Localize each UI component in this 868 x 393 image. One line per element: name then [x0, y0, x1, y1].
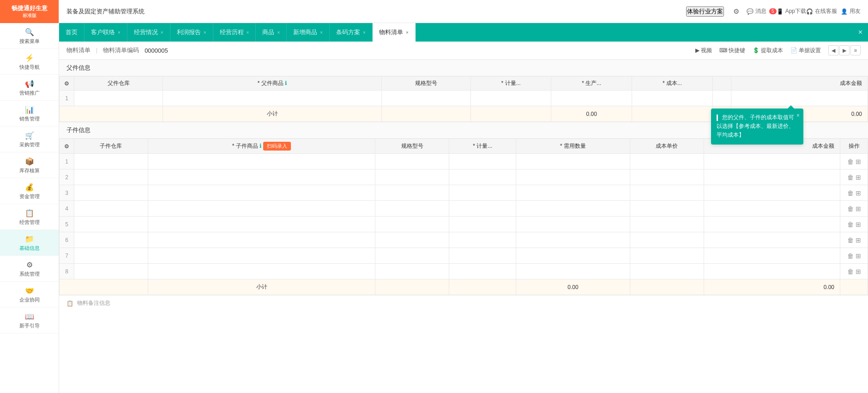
tab-new-goods-close[interactable]: × — [320, 30, 323, 35]
copy-icon-3[interactable]: ⊞ — [856, 189, 861, 197]
parent-unit-1[interactable] — [470, 91, 551, 106]
child-amount-6[interactable] — [704, 232, 840, 248]
breadcrumb-bom[interactable]: 物料清单 — [66, 46, 90, 54]
child-price-1[interactable] — [630, 154, 704, 169]
child-amount-1[interactable] — [704, 154, 840, 169]
menu-arrow[interactable]: ≡ — [850, 45, 861, 55]
parent-cost-1[interactable] — [632, 91, 713, 106]
tab-barcode[interactable]: 条码方案 × — [330, 23, 373, 42]
child-qty-6[interactable] — [516, 232, 630, 248]
tab-bom[interactable]: 物料清单 × — [373, 23, 416, 42]
sidebar-item-finance[interactable]: 💰 资金管理 — [0, 178, 59, 204]
child-spec-3[interactable] — [375, 185, 449, 201]
tab-history[interactable]: 经营历程 × — [213, 23, 256, 42]
child-qty-4[interactable] — [516, 201, 630, 217]
parent-goods-1[interactable] — [163, 91, 382, 106]
delete-icon-6[interactable]: 🗑 — [847, 236, 854, 244]
child-goods-6[interactable] — [148, 232, 375, 248]
sidebar-item-purchase[interactable]: 🛒 采购管理 — [0, 127, 59, 152]
child-unit-3[interactable] — [449, 185, 516, 201]
child-warehouse-5[interactable] — [74, 217, 148, 232]
child-spec-1[interactable] — [375, 154, 449, 169]
copy-icon-4[interactable]: ⊞ — [856, 205, 861, 212]
child-qty-5[interactable] — [516, 217, 630, 232]
child-warehouse-1[interactable] — [74, 154, 148, 169]
sidebar-item-basic[interactable]: 📁 基础信息 — [0, 230, 59, 256]
tab-customer-close[interactable]: × — [118, 30, 121, 35]
tab-goods[interactable]: 商品 × — [256, 23, 287, 42]
parent-amount-1[interactable] — [731, 91, 868, 106]
child-spec-4[interactable] — [375, 201, 449, 217]
tab-history-close[interactable]: × — [247, 30, 249, 35]
child-spec-5[interactable] — [375, 217, 449, 232]
child-qty-7[interactable] — [516, 248, 630, 264]
delete-icon-2[interactable]: 🗑 — [847, 174, 854, 181]
scan-input-button[interactable]: 扫码录入 — [263, 142, 291, 151]
close-all-tabs[interactable]: × — [853, 28, 868, 36]
single-settings-button[interactable]: 📄 单据设置 — [790, 47, 821, 54]
tab-customer[interactable]: 客户联络 × — [84, 23, 127, 42]
child-goods-1[interactable] — [148, 154, 375, 169]
user-menu[interactable]: 👤 用友 — [841, 7, 861, 15]
child-qty-8[interactable] — [516, 264, 630, 279]
child-spec-6[interactable] — [375, 232, 449, 248]
tab-profit[interactable]: 利润报告 × — [170, 23, 213, 42]
child-warehouse-2[interactable] — [74, 169, 148, 185]
tab-profit-close[interactable]: × — [204, 30, 206, 35]
trial-button[interactable]: 体验行业方案 — [686, 6, 724, 17]
settings-icon[interactable]: ⚙ — [733, 7, 739, 16]
child-price-5[interactable] — [630, 217, 704, 232]
child-unit-7[interactable] — [449, 248, 516, 264]
child-unit-8[interactable] — [449, 264, 516, 279]
child-price-7[interactable] — [630, 248, 704, 264]
child-unit-5[interactable] — [449, 217, 516, 232]
delete-icon-5[interactable]: 🗑 — [847, 221, 854, 228]
copy-icon-7[interactable]: ⊞ — [856, 252, 861, 260]
sidebar-item-collab[interactable]: 🤝 企业协同 — [0, 282, 59, 308]
tab-new-goods[interactable]: 新增商品 × — [287, 23, 330, 42]
parent-warehouse-1[interactable] — [74, 91, 163, 106]
sidebar-item-guide[interactable]: 📖 新手引导 — [0, 308, 59, 333]
child-unit-4[interactable] — [449, 201, 516, 217]
child-amount-2[interactable] — [704, 169, 840, 185]
child-amount-8[interactable] — [704, 264, 840, 279]
copy-icon-8[interactable]: ⊞ — [856, 268, 861, 275]
copy-icon-2[interactable]: ⊞ — [856, 174, 861, 181]
tab-home[interactable]: 首页 — [59, 23, 84, 42]
child-price-2[interactable] — [630, 169, 704, 185]
child-goods-4[interactable] — [148, 201, 375, 217]
child-spec-8[interactable] — [375, 264, 449, 279]
child-warehouse-8[interactable] — [74, 264, 148, 279]
child-goods-7[interactable] — [148, 248, 375, 264]
app-download-button[interactable]: 📱 App下载 — [777, 7, 806, 15]
child-spec-2[interactable] — [375, 169, 449, 185]
copy-icon-1[interactable]: ⊞ — [856, 158, 861, 165]
child-warehouse-4[interactable] — [74, 201, 148, 217]
parent-spec-1[interactable] — [382, 91, 470, 106]
child-warehouse-3[interactable] — [74, 185, 148, 201]
delete-icon-4[interactable]: 🗑 — [847, 205, 854, 212]
delete-icon-7[interactable]: 🗑 — [847, 252, 854, 260]
child-amount-4[interactable] — [704, 201, 840, 217]
sidebar-item-search[interactable]: 🔍 搜索菜单 — [0, 23, 59, 49]
child-qty-3[interactable] — [516, 185, 630, 201]
tab-bom-close[interactable]: × — [406, 30, 409, 35]
view-video-button[interactable]: ▶ 视频 — [695, 47, 712, 54]
child-goods-2[interactable] — [148, 169, 375, 185]
copy-icon-6[interactable]: ⊞ — [856, 236, 861, 244]
tab-operations-close[interactable]: × — [161, 30, 163, 35]
extract-cost-button[interactable]: 💲 提取成本 — [753, 47, 783, 54]
sidebar-item-marketing[interactable]: 📢 营销推广 — [0, 75, 59, 101]
child-col-gear[interactable]: ⚙ — [60, 139, 74, 154]
tab-barcode-close[interactable]: × — [363, 30, 366, 35]
parent-col-gear[interactable]: ⚙ — [60, 77, 74, 91]
delete-icon-3[interactable]: 🗑 — [847, 189, 854, 197]
child-amount-5[interactable] — [704, 217, 840, 232]
tab-goods-close[interactable]: × — [277, 30, 280, 35]
child-qty-1[interactable] — [516, 154, 630, 169]
child-goods-8[interactable] — [148, 264, 375, 279]
prev-arrow[interactable]: ◀ — [828, 45, 838, 55]
child-unit-2[interactable] — [449, 169, 516, 185]
tab-operations[interactable]: 经营情况 × — [127, 23, 170, 42]
child-price-3[interactable] — [630, 185, 704, 201]
